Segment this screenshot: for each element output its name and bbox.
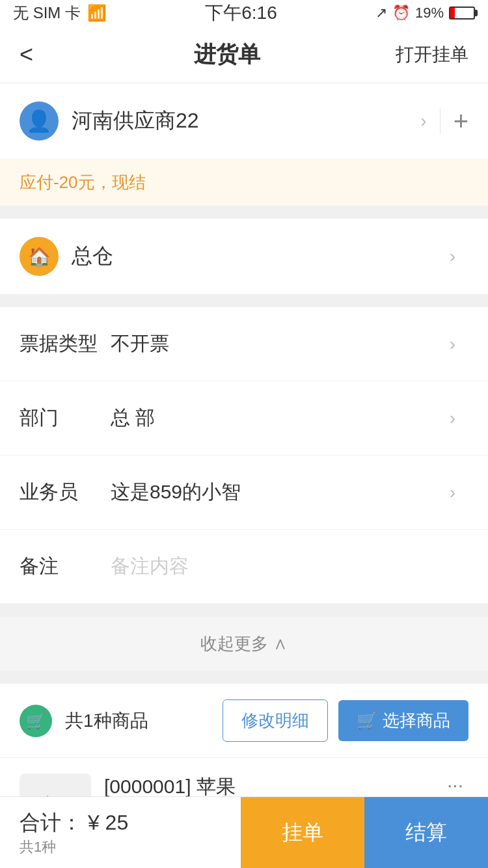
collapse-toggle[interactable]: 收起更多 ∧	[0, 617, 488, 671]
remark-row[interactable]: 备注 备注内容	[0, 530, 488, 604]
total-count: 共1种	[20, 837, 221, 857]
select-product-button[interactable]: 🛒 选择商品	[338, 700, 468, 741]
user-icon: 👤	[26, 109, 52, 133]
battery-percent: 19%	[415, 5, 444, 21]
add-button[interactable]: +	[454, 107, 468, 136]
department-row[interactable]: 部门 总 部 ›	[0, 381, 488, 455]
salesman-row[interactable]: 业务员 这是859的小智 ›	[0, 455, 488, 530]
chevron-right-icon: ›	[450, 408, 455, 429]
collapse-label: 收起更多 ∧	[200, 634, 287, 653]
more-options-button[interactable]: ···	[442, 774, 468, 796]
remark-label: 备注	[20, 553, 111, 580]
bottom-bar: 合计： ¥ 25 共1种 挂单 结算	[0, 796, 488, 868]
back-button[interactable]: <	[20, 41, 59, 68]
product-count: 共1种商品	[65, 709, 223, 733]
warehouse-name: 总仓	[72, 242, 450, 271]
edit-detail-button[interactable]: 修改明细	[223, 699, 328, 742]
supplier-section: 👤 河南供应商22 › + 应付-20元，现结	[0, 83, 488, 206]
department-value: 总 部	[111, 405, 450, 431]
home-icon: 🏠	[28, 246, 51, 267]
chevron-right-icon: ›	[450, 334, 455, 355]
notice-text: 应付-20元，现结	[20, 172, 146, 192]
nav-bar: < 进货单 打开挂单	[0, 26, 488, 83]
total-amount: 合计： ¥ 25	[20, 809, 221, 837]
chevron-right-icon: ›	[420, 111, 426, 131]
supplier-avatar: 👤	[20, 102, 59, 141]
supplier-row[interactable]: 👤 河南供应商22 › +	[0, 83, 488, 159]
warehouse-icon: 🏠	[20, 237, 59, 276]
settle-button[interactable]: 结算	[364, 797, 488, 868]
carrier-label: 无 SIM 卡	[13, 3, 81, 23]
battery-icon	[449, 7, 475, 20]
remark-input[interactable]: 备注内容	[111, 553, 468, 580]
select-product-label: 选择商品	[383, 709, 450, 732]
product-header: 🛒 共1种商品 修改明细 🛒 选择商品	[0, 684, 488, 758]
chevron-right-icon: ›	[450, 482, 455, 503]
invoice-type-value: 不开票	[111, 331, 450, 357]
product-count-icon: 🛒	[20, 705, 52, 737]
shopping-icon: 🛒	[26, 712, 46, 730]
total-section: 合计： ¥ 25 共1种	[0, 809, 241, 857]
alarm-icon: ⏰	[392, 5, 410, 21]
form-section: 票据类型 不开票 › 部门 总 部 › 业务员 这是859的小智 › 备注 备注…	[0, 307, 488, 604]
invoice-type-label: 票据类型	[20, 331, 111, 357]
cart-icon: 🛒	[357, 711, 377, 731]
invoice-type-row[interactable]: 票据类型 不开票 ›	[0, 307, 488, 381]
supplier-name: 河南供应商22	[72, 107, 420, 135]
salesman-value: 这是859的小智	[111, 479, 450, 506]
notice-bar: 应付-20元，现结	[0, 159, 488, 206]
status-time: 下午6:16	[205, 1, 277, 25]
chevron-right-icon: ›	[450, 246, 455, 267]
location-icon: ↗	[375, 5, 387, 21]
warehouse-section[interactable]: 🏠 总仓 ›	[0, 219, 488, 294]
department-label: 部门	[20, 405, 111, 431]
status-bar: 无 SIM 卡 📶 下午6:16 ↗ ⏰ 19%	[0, 0, 488, 26]
page-title: 进货单	[194, 40, 260, 70]
hang-button[interactable]: 挂单	[241, 797, 364, 868]
open-pending-button[interactable]: 打开挂单	[396, 42, 468, 67]
vertical-divider	[440, 108, 441, 134]
content-area: 👤 河南供应商22 › + 应付-20元，现结 🏠 总仓 › 票据类型 不开票 …	[0, 83, 488, 868]
salesman-label: 业务员	[20, 479, 111, 506]
wifi-icon: 📶	[87, 4, 107, 22]
